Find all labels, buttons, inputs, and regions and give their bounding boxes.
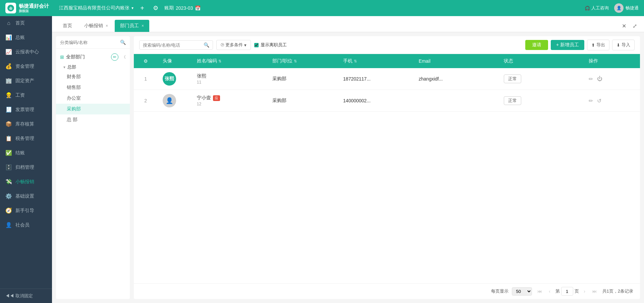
sidebar-item-home[interactable]: ⌂ 首页 [0,16,52,30]
sidebar-item-general-ledger[interactable]: 📊 总账 [0,30,52,45]
per-page-select[interactable]: 50 100 [512,287,532,296]
col-header-phone[interactable]: 手机⇅ [338,54,413,68]
add-employee-button[interactable]: + 新增员工 [551,40,584,50]
logo-area: 会 畅捷通好会计 旗舰版 [5,3,55,13]
calendar-icon[interactable]: 📅 [195,5,201,11]
tab-home-label: 首页 [63,23,72,29]
table-row: 2👤宁小壹应12采购部140000002...正常✏↺ [134,90,640,112]
sidebar-item-payroll[interactable]: 👷 工资 [0,88,52,102]
tab-expense-close-icon[interactable]: × [106,23,108,28]
edit-icon[interactable]: ✏ [589,76,593,82]
dept-search-icon[interactable]: 🔍 [120,40,126,45]
main-layout: ⌂ 首页 📊 总账 📈 云报表中心 💰 资金管理 🏢 固定资产 👷 工资 🧾 发… [0,16,644,303]
col-header-dept[interactable]: 部门/职位⇅ [267,54,338,68]
row-dept: 采购部 [267,68,338,90]
last-page-button[interactable]: ⏭ [590,287,599,296]
first-page-button[interactable]: ⏮ [535,287,544,296]
sidebar-label-inventory: 库存核算 [15,121,34,127]
header-actions: 🎧 人工咨询 👤 畅捷通 [585,3,639,13]
user-area[interactable]: 👤 畅捷通 [614,3,639,13]
avatar: 张熙 [163,72,176,86]
show-resigned-checkbox-area[interactable]: 显示离职员工 [254,42,287,48]
sidebar-item-tax[interactable]: 📋 税务管理 [0,131,52,146]
more-filter-button[interactable]: ⧁ 更多条件 ▾ [216,40,251,50]
dept-item-purchasing[interactable]: 采购部 [56,104,130,114]
import-label: 导入 [622,42,630,48]
tab-expense[interactable]: 小畅报销 × [79,20,113,32]
company-selector[interactable]: 江西服宝精品有限责任公司内账张 ▾ [59,5,133,11]
sidebar-item-archive[interactable]: 🗄️ 归档管理 [0,160,52,174]
tab-expense-label: 小畅报销 [84,23,103,29]
sidebar-item-newbie[interactable]: 🧭 新手引导 [0,203,52,218]
dept-finance-label: 财务部 [67,74,81,80]
employee-code: 11 [197,80,262,85]
tab-department[interactable]: 部门员工 × [115,20,149,32]
prev-page-button[interactable]: ‹ [545,287,554,296]
sidebar-item-inventory[interactable]: 📦 库存核算 [0,117,52,131]
dept-sales-label: 销售部 [67,85,81,91]
add-tab-button[interactable]: + [138,3,147,13]
invite-button[interactable]: 邀请 [525,40,548,50]
tab-close-button[interactable]: ✕ [620,22,628,30]
row-avatar: 👤 [157,90,191,112]
row-phone: 187202117... [338,68,413,90]
tab-expand-button[interactable]: ⤢ [631,22,639,30]
row-index: 2 [134,90,157,112]
col-header-name[interactable]: 姓名/编码⇅ [192,54,267,68]
tab-home[interactable]: 首页 [57,20,77,32]
export-button[interactable]: ⬆ 导出 [587,40,609,50]
sidebar-item-member[interactable]: 👤 社会员 [0,218,52,232]
sidebar-label-invoice: 发票管理 [15,107,34,113]
import-button[interactable]: ⬇ 导入 [612,40,635,50]
sidebar-item-closing[interactable]: ✅ 结账 [0,146,52,160]
col-header-avatar: 头像 [157,54,191,68]
inventory-icon: 📦 [5,121,12,127]
row-actions: ✏⏻ [583,68,640,90]
page-content: 🔍 ⊞ 全部部门 ✏ 《 ▼ 总部 财务部 [52,32,644,303]
support-label: 人工咨询 [591,5,609,11]
sidebar-item-funds[interactable]: 💰 资金管理 [0,59,52,73]
dept-edit-icon[interactable]: ✏ [111,53,118,61]
dept-search-area: 🔍 [56,36,130,49]
sidebar: ⌂ 首页 📊 总账 📈 云报表中心 💰 资金管理 🏢 固定资产 👷 工资 🧾 发… [0,16,52,303]
sidebar-unpin-button[interactable]: ◀◀ 取消固定 [0,289,52,303]
collapse-button[interactable]: 《 [122,54,126,60]
dept-item-general-office[interactable]: 总 部 [56,114,130,125]
logout-icon[interactable]: ⏻ [597,76,602,82]
sidebar-item-invoice[interactable]: 🧾 发票管理 [0,102,52,117]
employee-search-icon[interactable]: 🔍 [204,42,209,48]
support-button[interactable]: 🎧 人工咨询 [585,5,609,11]
home-icon: ⌂ [5,20,12,26]
dept-search-input[interactable] [60,40,118,45]
sidebar-label-funds: 资金管理 [15,63,34,69]
period-label: 账期 [164,5,174,11]
sidebar-item-reports[interactable]: 📈 云报表中心 [0,45,52,59]
employee-list-panel: 🔍 ⧁ 更多条件 ▾ 显示离职员工 邀请 + 新增员工 [134,36,640,299]
dept-section-general[interactable]: ▼ 总部 [56,63,130,71]
tab-department-close-icon[interactable]: × [142,23,144,28]
employee-search-input[interactable] [143,43,202,48]
all-departments-header[interactable]: ⊞ 全部部门 ✏ 《 [56,51,130,63]
dept-purchasing-label: 采购部 [67,106,81,112]
sidebar-item-expense[interactable]: 💸 小畅报销 [0,174,52,189]
col-header-settings[interactable]: ⚙ [134,54,157,68]
edit-icon[interactable]: ✏ [589,98,593,104]
next-page-button[interactable]: › [580,287,589,296]
settings-button[interactable]: ⚙ [151,3,160,13]
period-area: 账期 2023-03 📅 [164,5,201,11]
dept-item-office[interactable]: 办公室 [56,93,130,104]
show-resigned-checkbox[interactable] [254,43,259,47]
refresh-icon[interactable]: ↺ [597,98,601,104]
page-input[interactable] [561,287,573,296]
employee-table-area: ⚙ 头像 姓名/编码⇅ 部门/职位⇅ 手机⇅ Email 状态 操作 [134,54,640,283]
row-name: 张熙11 [192,68,267,90]
dept-item-finance[interactable]: 财务部 [56,71,130,82]
dept-item-sales[interactable]: 销售部 [56,82,130,93]
sidebar-item-basic-settings[interactable]: ⚙️ 基础设置 [0,189,52,203]
row-avatar: 张熙 [157,68,191,90]
sidebar-label-payroll: 工资 [15,92,25,98]
sidebar-item-fixed-assets[interactable]: 🏢 固定资产 [0,73,52,88]
dept-tree: ⊞ 全部部门 ✏ 《 ▼ 总部 财务部 销售部 [56,49,130,299]
row-email: zhangxidf... [413,68,498,90]
newbie-icon: 🧭 [5,207,12,214]
